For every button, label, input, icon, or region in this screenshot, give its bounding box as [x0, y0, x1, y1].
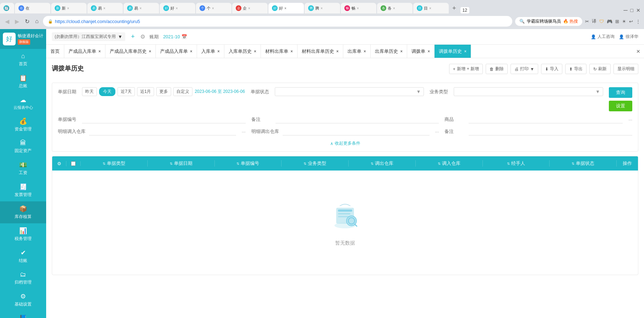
- detail-out-input[interactable]: [283, 128, 430, 135]
- home-button[interactable]: ⌂: [34, 17, 40, 26]
- nav-tab-stock-out-history[interactable]: 出库单历史 ×: [371, 45, 407, 58]
- sidebar-item-home[interactable]: ⌂ 首页: [0, 49, 46, 71]
- th-doc-date[interactable]: ⇅ 单据日期: [148, 160, 215, 167]
- tab-nav-close-all[interactable]: ✕: [633, 49, 644, 54]
- nav-tab-stock-in-history[interactable]: 入库单历史 ×: [224, 45, 261, 58]
- sidebar-item-archive[interactable]: 🗂 归档管理: [0, 267, 46, 289]
- th-doc-type[interactable]: ⇅ 单据类型: [81, 160, 148, 167]
- refresh-button[interactable]: ↻: [23, 17, 31, 26]
- biz-type-filter-select[interactable]: ▼: [454, 87, 603, 96]
- date-btn-custom[interactable]: 自定义: [173, 87, 192, 96]
- url-bar[interactable]: 🔒 https://cloud.chanjet.com/accounting/u…: [43, 16, 512, 27]
- doc-no-input[interactable]: [82, 116, 246, 123]
- refresh-button-page[interactable]: ↻ 刷新: [589, 64, 611, 74]
- date-btn-more[interactable]: 更多: [156, 87, 171, 96]
- brightness-icon[interactable]: ☀: [622, 19, 626, 24]
- detail-remark-input[interactable]: [469, 128, 632, 135]
- sidebar-item-guide[interactable]: 📘 新手引导: [0, 311, 46, 318]
- detail-in-input[interactable]: [89, 128, 236, 135]
- th-transfer-in[interactable]: ⇅ 调入仓库: [416, 160, 483, 167]
- th-checkbox[interactable]: [66, 161, 81, 166]
- nav-tab-8-close[interactable]: ×: [364, 49, 366, 54]
- sidebar-item-basic-settings[interactable]: ⚙ 基础设置: [0, 289, 46, 311]
- sidebar-item-close-account[interactable]: ✔ 结账: [0, 245, 46, 267]
- date-btn-today[interactable]: 今天: [99, 87, 115, 96]
- th-handler[interactable]: ⇅ 经手人: [483, 160, 550, 167]
- collapse-button[interactable]: ∧ 收起更多条件: [58, 138, 632, 147]
- sidebar-item-cloud-report[interactable]: ☁ 云报表中心: [0, 93, 46, 114]
- sidebar-item-fixed-assets[interactable]: 🏛 固定资产: [0, 136, 46, 157]
- nav-tab-3-close[interactable]: ×: [190, 49, 192, 54]
- nav-tab-stock-out[interactable]: 出库单 ×: [343, 45, 371, 58]
- export-button[interactable]: ⬆ 导出: [565, 64, 586, 74]
- nav-tab-finished-goods-in[interactable]: 产成品入库单 ×: [64, 45, 105, 58]
- browser-tab-home[interactable]: 🔄: [0, 3, 14, 13]
- detail-out-picker-icon[interactable]: ···: [435, 129, 439, 134]
- nav-tab-2-close[interactable]: ×: [149, 49, 151, 54]
- period-selector[interactable]: 2021-10 📅: [163, 34, 187, 39]
- forward-button[interactable]: ▶: [13, 17, 21, 26]
- settings-gear-icon[interactable]: ⚙: [140, 33, 145, 40]
- status-filter-select[interactable]: ▼: [275, 87, 424, 96]
- th-gear[interactable]: ⚙: [52, 161, 66, 166]
- user-avatar[interactable]: 👤 徐泽华: [619, 34, 638, 40]
- sidebar-item-invoice[interactable]: 🧾 发票管理: [0, 179, 46, 201]
- browser-tab-5[interactable]: 好 好 ×: [160, 3, 195, 13]
- nav-tab-10-close[interactable]: ×: [427, 49, 430, 54]
- date-btn-yesterday[interactable]: 昨天: [82, 87, 97, 96]
- nav-tab-1-close[interactable]: ×: [98, 49, 101, 54]
- nav-tab-5-close[interactable]: ×: [254, 49, 256, 54]
- goods-picker-icon[interactable]: ···: [628, 117, 632, 122]
- grid-icon[interactable]: ⊞: [615, 19, 619, 24]
- goods-input[interactable]: [469, 116, 623, 123]
- extension-icon[interactable]: 🛡: [599, 19, 604, 24]
- gamepad-icon[interactable]: 🎮: [607, 19, 612, 24]
- th-doc-no[interactable]: ⇅ 单据编号: [215, 160, 282, 167]
- nav-tab-transfer[interactable]: 调拨单 ×: [407, 45, 435, 58]
- nav-tab-transfer-history[interactable]: 调拨单历史 ×: [435, 45, 471, 58]
- nav-tab-7-close[interactable]: ×: [336, 49, 339, 54]
- delete-button[interactable]: 🗑 删除: [486, 64, 508, 74]
- sidebar-item-fund[interactable]: 💰 资金管理: [0, 114, 46, 136]
- undo-icon[interactable]: ↩: [629, 19, 633, 24]
- sidebar-item-salary[interactable]: 💵 工资: [0, 157, 46, 179]
- th-transfer-out[interactable]: ⇅ 调出仓库: [349, 160, 416, 167]
- menu-icon[interactable]: ⋮: [636, 19, 640, 24]
- browser-tab-1[interactable]: 在 在: [15, 3, 50, 13]
- remark-input[interactable]: [275, 116, 439, 123]
- import-button[interactable]: ⬇ 导入: [541, 64, 562, 74]
- detail-in-picker-icon[interactable]: ···: [242, 129, 246, 134]
- close-btn[interactable]: ✕: [636, 7, 640, 13]
- add-company-button[interactable]: +: [130, 32, 136, 42]
- nav-tab-finished-goods-history[interactable]: 产成品入库单历史 ×: [105, 45, 156, 58]
- maximize-btn[interactable]: □: [631, 7, 633, 13]
- minimize-btn[interactable]: ─: [623, 7, 627, 13]
- browser-tab-2[interactable]: 新 新 ×: [51, 3, 87, 13]
- browser-tab-12[interactable]: 目 目 ×: [413, 3, 449, 13]
- scissors-icon[interactable]: ✂: [585, 19, 589, 24]
- new-button[interactable]: +新增+ 新增: [449, 64, 483, 74]
- nav-tab-9-close[interactable]: ×: [400, 49, 403, 54]
- sidebar-item-inventory[interactable]: 📦 库存核算: [0, 201, 46, 223]
- browser-tab-3[interactable]: 易 易 ×: [87, 3, 123, 13]
- th-biz-type[interactable]: ⇅ 业务类型: [282, 160, 349, 167]
- th-doc-status[interactable]: ⇅ 单据状态: [550, 160, 617, 167]
- company-selector[interactable]: (勿删勿禁用）江西服宝测试专用 ▼: [52, 32, 125, 41]
- nav-tab-finished-goods-in2[interactable]: 产成品入库单 ×: [156, 45, 197, 58]
- query-button[interactable]: 查询: [609, 87, 632, 98]
- filter-settings-button[interactable]: 设置: [609, 101, 632, 111]
- nav-tab-material-out-history[interactable]: 材料出库单历史 ×: [298, 45, 343, 58]
- browser-tab-8[interactable]: 好 好 ×: [268, 3, 304, 13]
- nav-tab-6-close[interactable]: ×: [290, 49, 293, 54]
- browser-tab-9[interactable]: 腾 腾 ×: [305, 3, 340, 13]
- nav-tab-stock-in[interactable]: 入库单 ×: [197, 45, 224, 58]
- date-btn-7days[interactable]: 近7天: [118, 87, 135, 96]
- nav-tab-4-close[interactable]: ×: [217, 49, 220, 54]
- nav-tab-material-out[interactable]: 材料出库单 ×: [261, 45, 298, 58]
- service-button[interactable]: 👤 人工咨询: [591, 34, 615, 40]
- nav-tab-home[interactable]: 首页: [46, 45, 64, 58]
- print-button[interactable]: 🖨 打印 ▼: [511, 64, 538, 74]
- sidebar-item-ledger[interactable]: 📋 总账: [0, 71, 46, 93]
- nav-tab-11-close[interactable]: ×: [464, 49, 466, 54]
- browser-tab-6[interactable]: 个 个 ×: [196, 3, 231, 13]
